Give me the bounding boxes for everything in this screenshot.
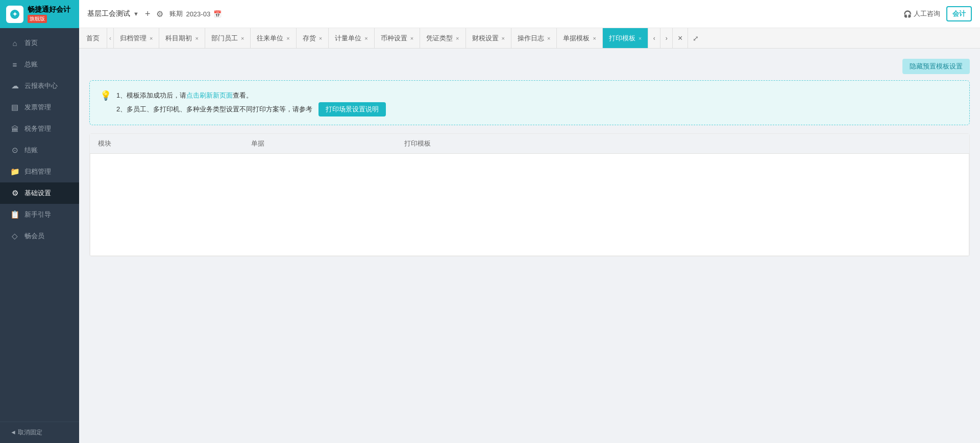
- sidebar-item-label: 结账: [24, 146, 38, 155]
- add-company-icon[interactable]: +: [145, 9, 151, 19]
- main-area: 基层工会测试 ▼ + ⚙ 账期 2023-03 📅 🎧 人工咨询 会计 首页 ‹…: [79, 0, 980, 443]
- sidebar-item-guide[interactable]: 📋 新手引导: [0, 204, 79, 225]
- sidebar-item-label: 云报表中心: [24, 81, 58, 90]
- table-header: 模块 单据 打印模板: [90, 134, 969, 154]
- sidebar-item-home[interactable]: ⌂ 首页: [0, 32, 79, 54]
- unpin-label: ◄ 取消固定: [10, 428, 42, 437]
- col-module-header: 模块: [98, 139, 251, 148]
- tab-voucher-close[interactable]: ×: [456, 35, 459, 41]
- logo-icon: ✦: [6, 6, 23, 23]
- tab-archive-close[interactable]: ×: [150, 35, 153, 41]
- tab-voucher-type[interactable]: 凭证类型 ×: [420, 28, 465, 49]
- sidebar-item-invoice[interactable]: ▤ 发票管理: [0, 97, 79, 118]
- company-name: 基层工会测试: [87, 9, 130, 18]
- settings-icon: ⚙: [10, 189, 19, 198]
- guide-icon: 📋: [10, 210, 19, 219]
- tab-doc-close[interactable]: ×: [593, 35, 596, 41]
- unpin-button[interactable]: ◄ 取消固定: [0, 422, 79, 443]
- tab-dept[interactable]: 部门员工 ×: [205, 28, 251, 49]
- col-template-header: 打印模板: [404, 139, 961, 148]
- sidebar-item-archive[interactable]: 📁 归档管理: [0, 161, 79, 182]
- info-box: 💡 1、模板添加成功后，请点击刷新新页面查看。 2、多员工、多打印机、多种业务类…: [89, 80, 970, 125]
- tab-currency[interactable]: 币种设置 ×: [375, 28, 420, 49]
- svg-text:✦: ✦: [12, 11, 17, 18]
- service-label: 人工咨询: [914, 9, 940, 18]
- tab-voucher-label: 凭证类型: [426, 34, 453, 43]
- sidebar-item-close[interactable]: ⊙ 结账: [0, 139, 79, 161]
- settings-gear-icon[interactable]: ⚙: [156, 9, 163, 19]
- sidebar-item-settings[interactable]: ⚙ 基础设置: [0, 182, 79, 204]
- tab-expand-icon[interactable]: ⤢: [688, 28, 703, 49]
- tab-unit-close[interactable]: ×: [364, 35, 368, 41]
- info-line1-suffix: 查看。: [233, 91, 253, 99]
- ledger-icon: ≡: [10, 60, 19, 69]
- tab-inventory[interactable]: 存货 ×: [297, 28, 329, 49]
- tab-print-close[interactable]: ×: [639, 35, 642, 41]
- home-icon: ⌂: [10, 39, 19, 48]
- sidebar-item-label: 首页: [24, 38, 38, 48]
- period-label: 账期: [169, 9, 183, 18]
- period-area: 账期 2023-03 📅: [169, 9, 222, 18]
- tab-currency-close[interactable]: ×: [410, 35, 413, 41]
- logo-text: 畅捷通好会计 旗舰版: [28, 5, 70, 23]
- sidebar-item-ledger[interactable]: ≡ 总账: [0, 54, 79, 75]
- tax-icon: 🏛: [10, 125, 19, 133]
- tab-subject[interactable]: 科目期初 ×: [159, 28, 205, 49]
- tab-customer[interactable]: 往来单位 ×: [251, 28, 296, 49]
- company-dropdown-icon[interactable]: ▼: [133, 11, 139, 17]
- hide-template-button[interactable]: 隐藏预置模板设置: [902, 59, 970, 74]
- tab-home[interactable]: 首页: [79, 28, 107, 49]
- tab-next-icon[interactable]: ›: [660, 28, 673, 49]
- tab-log-close[interactable]: ×: [547, 35, 550, 41]
- tab-doc-label: 单据模板: [563, 34, 590, 43]
- tab-print-template[interactable]: 打印模板 ×: [603, 28, 648, 49]
- sidebar-item-reports[interactable]: ☁ 云报表中心: [0, 75, 79, 97]
- tab-subject-close[interactable]: ×: [195, 35, 198, 41]
- tab-customer-close[interactable]: ×: [286, 35, 289, 41]
- headset-icon: 🎧: [903, 10, 912, 18]
- tab-tax-close[interactable]: ×: [502, 35, 505, 41]
- tab-doc-template[interactable]: 单据模板 ×: [557, 28, 602, 49]
- sidebar-item-tax[interactable]: 🏛 税务管理: [0, 118, 79, 139]
- logo-area: ✦ 畅捷通好会计 旗舰版: [0, 0, 79, 28]
- tab-dept-close[interactable]: ×: [241, 35, 244, 41]
- logo-badge: 旗舰版: [28, 15, 47, 23]
- calendar-icon[interactable]: 📅: [213, 10, 222, 18]
- tab-currency-label: 币种设置: [381, 34, 407, 43]
- sidebar-item-label: 基础设置: [24, 189, 51, 198]
- print-guide-button[interactable]: 打印场景设置说明: [318, 102, 386, 116]
- accountant-button[interactable]: 会计: [946, 6, 972, 21]
- tab-archive[interactable]: 归档管理 ×: [114, 28, 159, 49]
- action-bar: 隐藏预置模板设置: [89, 59, 970, 74]
- sidebar-item-label: 畅会员: [24, 231, 44, 241]
- tabbar: 首页 ‹ 归档管理 × 科目期初 × 部门员工 × 往来单位 × 存货 × 计量…: [79, 28, 980, 49]
- tab-home-label: 首页: [86, 34, 100, 43]
- company-selector[interactable]: 基层工会测试 ▼: [87, 9, 139, 18]
- info-line-2: 2、多员工、多打印机、多种业务类型设置不同打印方案等，请参考 打印场景设置说明: [116, 102, 959, 116]
- tab-inventory-close[interactable]: ×: [319, 35, 322, 41]
- info-line-1: 1、模板添加成功后，请点击刷新新页面查看。: [116, 89, 959, 102]
- refresh-link[interactable]: 点击刷新新页面: [186, 91, 233, 99]
- tab-prev-icon[interactable]: ‹: [648, 28, 660, 49]
- tab-tax-settings[interactable]: 财税设置 ×: [466, 28, 511, 49]
- tab-log[interactable]: 操作日志 ×: [511, 28, 557, 49]
- invoice-icon: ▤: [10, 103, 19, 112]
- sidebar-item-member[interactable]: ◇ 畅会员: [0, 225, 79, 247]
- info-line1-prefix: 1、模板添加成功后，请: [116, 91, 186, 99]
- tab-inventory-label: 存货: [303, 34, 316, 43]
- tab-unit-label: 计量单位: [335, 34, 361, 43]
- tab-back-icon[interactable]: ‹: [107, 28, 114, 49]
- sidebar-item-label: 归档管理: [24, 167, 51, 176]
- col-doc-header: 单据: [251, 139, 404, 148]
- info-line2-prefix: 2、多员工、多打印机、多种业务类型设置不同打印方案等，请参考: [116, 105, 312, 113]
- tab-print-label: 打印模板: [609, 34, 635, 43]
- tab-subject-label: 科目期初: [165, 34, 192, 43]
- lightbulb-icon: 💡: [100, 90, 111, 116]
- sidebar-item-label: 发票管理: [24, 103, 51, 112]
- service-button[interactable]: 🎧 人工咨询: [903, 9, 940, 18]
- tab-unit[interactable]: 计量单位 ×: [329, 28, 374, 49]
- tab-archive-label: 归档管理: [120, 34, 146, 43]
- archive-icon: 📁: [10, 167, 19, 176]
- sidebar-item-label: 税务管理: [24, 124, 51, 133]
- tab-close-all-icon[interactable]: ×: [673, 28, 688, 49]
